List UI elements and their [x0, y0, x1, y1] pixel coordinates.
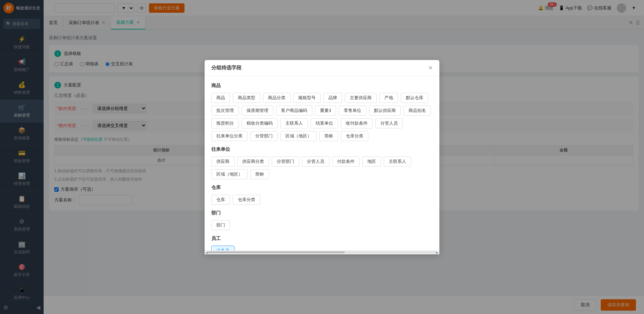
modal-horizontal-scrollbar[interactable]: ◀ ▶ [205, 250, 439, 254]
field-tag-默认供应商[interactable]: 默认供应商 [369, 106, 401, 116]
field-tag-批次管理[interactable]: 批次管理 [211, 106, 239, 116]
field-tag-保质期管理[interactable]: 保质期管理 [241, 106, 273, 116]
section-employee-title: 员工 [211, 236, 433, 242]
field-tag-地区[interactable]: 地区 [362, 156, 381, 167]
section-department-title: 部门 [211, 210, 433, 216]
field-tag-重量3[interactable]: 重量3 [315, 106, 336, 116]
field-tag-仓库分类[interactable]: 仓库分类 [233, 195, 260, 205]
field-tag-仓库[interactable]: 仓库 [211, 195, 230, 205]
field-tag-仓库分类[interactable]: 仓库分类 [341, 131, 368, 141]
field-tag-主联系人[interactable]: 主联系人 [384, 156, 411, 167]
section-counterpart-title: 往来单位 [211, 146, 433, 152]
field-tag-往来单位分类[interactable]: 往来单位分类 [211, 131, 248, 141]
field-tag-客户商品编码[interactable]: 客户商品编码 [276, 106, 312, 116]
field-tag-税收分类编码[interactable]: 税收分类编码 [241, 118, 278, 128]
warehouse-field-group: 仓库仓库分类 [211, 195, 433, 205]
field-tag-分管部门[interactable]: 分管部门 [250, 131, 278, 141]
field-tag-简称[interactable]: 简称 [319, 131, 338, 141]
counterpart-field-group: 供应商供应商分类分管部门分管人员付款条件地区主联系人区域（地区）简称 [211, 156, 433, 179]
field-tag-供应商分类[interactable]: 供应商分类 [237, 156, 269, 167]
modal-body[interactable]: 商品 商品商品类型商品分类规格型号品牌主要供应商产地默认仓库批次管理保质期管理客… [205, 76, 439, 250]
field-tag-业务员[interactable]: 业务员 [211, 246, 234, 250]
field-tag-零售单位[interactable]: 零售单位 [339, 106, 366, 116]
field-selection-modal: 分组待选字段 ✕ 商品 商品商品类型商品分类规格型号品牌主要供应商产地默认仓库批… [205, 60, 439, 254]
section-warehouse-title: 仓库 [211, 185, 433, 191]
modal-close-button[interactable]: ✕ [428, 65, 433, 71]
field-tag-部门[interactable]: 部门 [211, 220, 230, 230]
field-tag-分管人员[interactable]: 分管人员 [302, 156, 329, 167]
hscroll-thumb[interactable] [208, 251, 345, 253]
employee-field-group: 业务员 [211, 246, 433, 250]
field-tag-付款条件[interactable]: 付款条件 [332, 156, 360, 167]
hscroll-left-arrow[interactable]: ◀ [205, 251, 208, 254]
field-tag-主要供应商[interactable]: 主要供应商 [345, 93, 377, 103]
field-tag-品牌[interactable]: 品牌 [323, 93, 342, 103]
field-tag-商品分类[interactable]: 商品分类 [263, 93, 290, 103]
field-tag-规格型号[interactable]: 规格型号 [293, 93, 321, 103]
hscroll-right-arrow[interactable]: ▶ [436, 251, 439, 254]
field-tag-供应商[interactable]: 供应商 [211, 156, 234, 167]
field-tag-分管人员[interactable]: 分管人员 [375, 118, 403, 128]
modal-header: 分组待选字段 ✕ [205, 60, 439, 76]
field-tag-结算单位[interactable]: 结算单位 [311, 118, 338, 128]
field-tag-产地[interactable]: 产地 [379, 93, 398, 103]
field-tag-默认仓库[interactable]: 默认仓库 [401, 93, 428, 103]
modal-title: 分组待选字段 [211, 65, 241, 71]
field-tag-商品别名[interactable]: 商品别名 [404, 106, 431, 116]
field-tag-商品类型[interactable]: 商品类型 [233, 93, 260, 103]
hscroll-track [208, 251, 436, 253]
department-field-group: 部门 [211, 220, 433, 230]
field-tag-收付款条件[interactable]: 收付款条件 [341, 118, 373, 128]
field-tag-商品[interactable]: 商品 [211, 93, 230, 103]
goods-field-group: 商品商品类型商品分类规格型号品牌主要供应商产地默认仓库批次管理保质期管理客户商品… [211, 93, 433, 141]
field-tag-拣货积分[interactable]: 拣货积分 [211, 118, 239, 128]
field-tag-区域（地区）[interactable]: 区域（地区） [280, 131, 317, 141]
field-tag-简称[interactable]: 简称 [250, 169, 269, 179]
field-tag-主联系人[interactable]: 主联系人 [280, 118, 308, 128]
field-tag-区域（地区）[interactable]: 区域（地区） [211, 169, 248, 179]
field-tag-分管部门[interactable]: 分管部门 [272, 156, 299, 167]
section-goods-title: 商品 [211, 83, 433, 89]
